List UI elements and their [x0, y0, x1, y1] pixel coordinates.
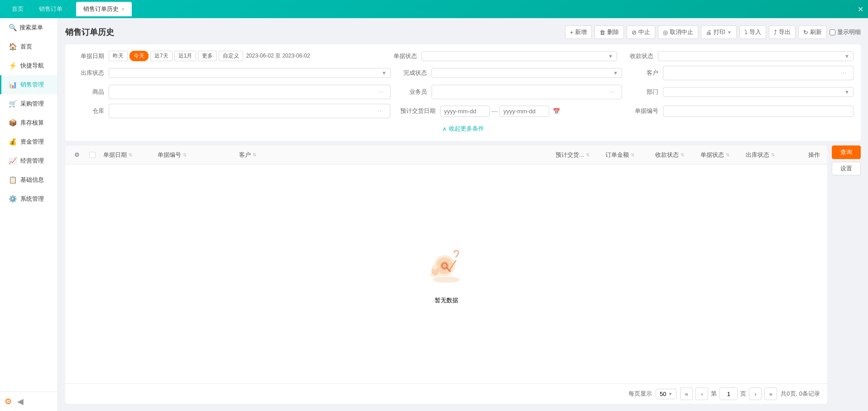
page-label: 页	[740, 390, 746, 398]
date-dash-separator: —	[492, 108, 498, 115]
tab-sales-history-close[interactable]: ×	[121, 6, 124, 12]
tab-home[interactable]: 首页	[5, 2, 31, 16]
filter-select-order-status[interactable]: ▼	[422, 51, 617, 61]
display-detail-checkbox[interactable]: 显示明细	[830, 28, 861, 36]
sort-customer-icon: ⇅	[253, 152, 256, 157]
sidebar-settings-icon[interactable]: ⚙	[5, 396, 12, 406]
th-order-status-label: 单据状态	[700, 151, 724, 159]
date-buttons: 昨天 今天 近7天 近1月 更多 自定义	[109, 51, 243, 61]
warehouse-dots-icon[interactable]: ···	[375, 106, 386, 116]
print-button[interactable]: 🖨 打印 ▼	[701, 25, 737, 39]
delivery-date-end[interactable]	[499, 106, 549, 117]
filter-select-out-status[interactable]: ▼	[109, 68, 391, 78]
inventory-icon: 📦	[9, 119, 17, 127]
stop-button[interactable]: ⊘ 中止	[627, 25, 655, 39]
date-btn-yesterday[interactable]: 昨天	[109, 51, 128, 61]
chevron-down-icon: ▼	[608, 53, 613, 59]
tab-sales-order[interactable]: 销售订单 ×	[32, 2, 75, 16]
display-detail-label: 显示明细	[837, 28, 861, 36]
svg-point-8	[432, 264, 438, 270]
th-customer[interactable]: 客户 ⇅	[235, 151, 552, 159]
page-word: 第	[711, 390, 717, 398]
next-page-button[interactable]: ›	[749, 387, 762, 400]
sidebar-item-home[interactable]: 🏠 首页	[0, 37, 58, 56]
date-btn-1month[interactable]: 近1月	[174, 51, 197, 61]
delete-button[interactable]: 🗑 删除	[595, 25, 624, 39]
th-delivery[interactable]: 预计交货... ⇅	[552, 151, 602, 159]
last-page-button[interactable]: »	[764, 387, 777, 400]
empty-illustration	[424, 244, 469, 289]
first-page-button[interactable]: «	[680, 387, 693, 400]
per-page-select[interactable]: 50 ▼	[656, 389, 676, 399]
filter-select-complete-status[interactable]: ▼	[432, 68, 622, 78]
salesperson-dots-icon[interactable]: ···	[607, 87, 618, 97]
select-all-checkbox[interactable]	[89, 152, 96, 158]
sidebar-item-search[interactable]: 🔍 搜索菜单	[0, 18, 58, 37]
table-settings-icon[interactable]: ⚙	[69, 151, 85, 158]
sidebar-item-sales[interactable]: 📊 销售管理	[0, 75, 58, 94]
top-bar-right: ✕	[858, 5, 863, 14]
settings-label: 设置	[840, 164, 852, 173]
filter-label-delivery-date: 预计交货日期	[399, 107, 440, 115]
close-window-icon[interactable]: ✕	[858, 5, 863, 14]
date-btn-7days[interactable]: 近7天	[150, 51, 173, 61]
th-order-status[interactable]: 单据状态 ⇅	[697, 151, 742, 159]
collapse-up-icon: ∧	[442, 126, 447, 132]
sidebar-item-finance[interactable]: 💰 资金管理	[0, 132, 58, 151]
page-number-input[interactable]	[719, 387, 738, 400]
per-page-label: 每页显示	[628, 390, 652, 398]
table-container: ⚙ 单据日期 ⇅ 单据编号 ⇅ 客户	[65, 145, 827, 404]
th-number[interactable]: 单据编号 ⇅	[154, 151, 235, 159]
filter-select-department[interactable]: ▼	[663, 87, 854, 97]
sidebar-item-base[interactable]: 📋 基础信息	[0, 170, 58, 189]
new-button[interactable]: + 新增	[565, 25, 592, 39]
th-customer-label: 客户	[239, 151, 251, 159]
sidebar-search-label: 搜索菜单	[19, 24, 43, 32]
th-pay-status[interactable]: 收款状态 ⇅	[652, 151, 697, 159]
sidebar: 🔍 搜索菜单 🏠 首页 ⚡ 快捷导航 📊 销售管理 🛒 采购管理 📦 库存核算 …	[0, 18, 58, 411]
delete-label: 删除	[607, 28, 619, 36]
calendar-icon-1[interactable]: 📅	[553, 108, 560, 115]
th-amount[interactable]: 订单金额 ⇅	[602, 151, 652, 159]
tab-sales-history[interactable]: 销售订单历史 ×	[76, 2, 131, 16]
delete-icon: 🗑	[599, 29, 605, 36]
query-button[interactable]: 查询	[832, 145, 861, 159]
stop-label: 中止	[638, 28, 650, 36]
date-btn-today[interactable]: 今天	[129, 51, 149, 61]
sidebar-item-inventory[interactable]: 📦 库存核算	[0, 113, 58, 132]
doc-number-input[interactable]	[667, 108, 849, 115]
product-dots-icon[interactable]: ···	[375, 87, 386, 97]
display-detail-input[interactable]	[830, 29, 835, 35]
per-page-value: 50	[660, 391, 666, 397]
cancel-stop-button[interactable]: ◎ 取消中止	[658, 25, 698, 39]
prev-page-button[interactable]: ‹	[695, 387, 708, 400]
sidebar-item-operation[interactable]: 📈 经营管理	[0, 151, 58, 170]
refresh-button[interactable]: ↻ 刷新	[798, 25, 827, 39]
export-button[interactable]: ⤴ 导出	[769, 25, 796, 39]
th-action: 操作	[787, 151, 824, 159]
collapse-row[interactable]: ∧ 收起更多条件	[72, 123, 854, 135]
sidebar-item-finance-label: 资金管理	[20, 138, 44, 146]
date-btn-more[interactable]: 更多	[198, 51, 217, 61]
sidebar-item-operation-label: 经营管理	[20, 157, 44, 165]
sidebar-item-quick-nav[interactable]: ⚡ 快捷导航	[0, 56, 58, 75]
table-header-checkbox[interactable]	[85, 152, 100, 158]
customer-dots-icon[interactable]: ···	[838, 68, 849, 78]
filter-select-pay-status[interactable]: ▼	[658, 51, 854, 61]
sidebar-item-sales-label: 销售管理	[20, 81, 44, 89]
chevron-down-dept-icon: ▼	[844, 89, 849, 95]
th-date[interactable]: 单据日期 ⇅	[100, 151, 154, 159]
delivery-date-start[interactable]	[440, 106, 490, 117]
tab-sales-order-close[interactable]: ×	[65, 6, 68, 12]
date-btn-custom[interactable]: 自定义	[219, 51, 243, 61]
import-button[interactable]: ⤵ 导入	[739, 25, 766, 39]
chevron-down-complete-icon: ▼	[613, 70, 618, 76]
page-title: 销售订单历史	[65, 27, 114, 38]
refresh-icon: ↻	[803, 29, 808, 36]
sidebar-item-system[interactable]: ⚙️ 系统管理	[0, 189, 58, 208]
th-out-status[interactable]: 出库状态 ⇅	[742, 151, 787, 159]
settings-button[interactable]: 设置	[832, 162, 861, 175]
sidebar-expand-icon[interactable]: ◀	[17, 396, 24, 406]
sidebar-item-purchase[interactable]: 🛒 采购管理	[0, 94, 58, 113]
page-content: 销售订单历史 + 新增 🗑 删除 ⊘ 中止 ◎	[58, 18, 868, 411]
